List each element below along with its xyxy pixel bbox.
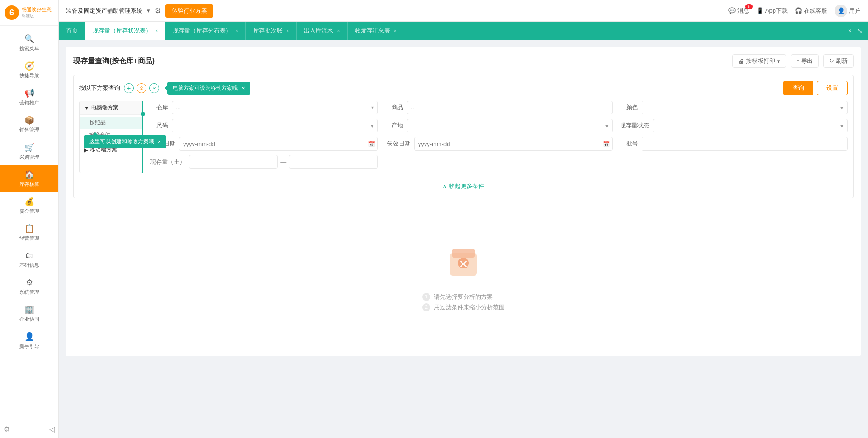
stock-main-max[interactable] — [289, 155, 377, 169]
export-button[interactable]: ↑ 导出 — [791, 54, 819, 68]
color-select[interactable]: ▾ — [642, 101, 848, 114]
experience-button[interactable]: 体验行业方案 — [165, 4, 213, 18]
app-download-item[interactable]: 📱 App下载 — [756, 7, 788, 15]
empty-state: 1 请先选择要分析的方案 2 用过滤条件来缩小分析范围 — [73, 203, 854, 349]
tab-receive-summary[interactable]: 收发存汇总表 × — [348, 22, 404, 40]
add-scheme-btn[interactable]: + — [124, 83, 134, 93]
user-avatar: 👤 — [835, 5, 847, 17]
field-produce-date: 生产日期 📅 — [150, 137, 378, 151]
tab-batch-ledger[interactable]: 库存批次账 × — [246, 22, 297, 40]
sidebar-item-system[interactable]: ⚙ 系统管理 — [0, 273, 58, 300]
goods-select[interactable]: ··· — [407, 101, 613, 114]
tab-close-all-icon[interactable]: × — [848, 27, 852, 34]
svg-point-2 — [458, 258, 469, 268]
template-print-button[interactable]: 🖨 按模板打印 ▾ — [732, 54, 786, 68]
tip-num-2: 2 — [422, 303, 430, 311]
sidebar-item-newbie[interactable]: 👤 新手引导 — [0, 327, 58, 354]
settings-bottom-icon[interactable]: ⚙ — [4, 425, 10, 433]
refresh-button[interactable]: ↻ 刷新 — [823, 54, 854, 68]
color-label: 颜色 — [620, 104, 638, 112]
scheme-tooltip-close[interactable]: × — [241, 85, 245, 92]
tab-inventory-status-label: 现存量（库存状况表） — [93, 27, 151, 35]
tab-receive-summary-close[interactable]: × — [394, 28, 396, 33]
scheme-tooltip-wrapper: 电脑方案可设为移动方案哦 × — [167, 82, 250, 95]
sidebar-item-guide[interactable]: 🧭 快捷导航 — [0, 57, 58, 84]
tab-inventory-dist-close[interactable]: × — [235, 28, 238, 33]
tab-inout-flow[interactable]: 出入库流水 × — [297, 22, 347, 40]
collapse-sidebar-icon[interactable]: ◁ — [49, 425, 55, 433]
filter-section: 按以下方案查询 + ⊙ « 电脑方案可设为移动方案哦 × — [73, 75, 854, 198]
base-icon: 🗂 — [25, 251, 33, 260]
logo-icon: 6 — [5, 5, 19, 20]
back-scheme-btn[interactable]: « — [149, 83, 159, 93]
tab-inventory-status-close[interactable]: × — [155, 28, 158, 33]
logo-text: 畅通诶好生意 标准版 — [22, 6, 52, 19]
guide-icon: 🧭 — [24, 61, 34, 71]
size-dropdown-arrow: ▾ — [371, 122, 374, 129]
stock-main-min[interactable] — [189, 155, 278, 169]
field-size: 尺码 ▾ — [150, 119, 378, 132]
online-service-item[interactable]: 🎧 在线客服 — [795, 7, 827, 15]
system-dropdown[interactable]: ▾ — [147, 7, 150, 14]
origin-label: 产地 — [385, 122, 403, 130]
expire-date-start[interactable] — [414, 137, 613, 151]
tooltip-arrow-left — [165, 85, 167, 91]
sidebar-item-purchase[interactable]: 🛒 采购管理 — [0, 138, 58, 165]
stock-range-sep: — — [280, 159, 286, 165]
produce-date-start[interactable] — [179, 137, 378, 151]
expire-date-label: 失效日期 — [385, 140, 410, 148]
refresh-icon: ↻ — [829, 57, 834, 64]
create-tooltip-close[interactable]: × — [158, 139, 161, 145]
filter-row-1: 仓库 ··· ▾ 商品 — [150, 101, 848, 114]
inventory-icon: 🏠 — [24, 170, 34, 179]
reset-button[interactable]: 设置 — [817, 81, 848, 95]
sidebar-item-inventory[interactable]: 🏠 库存核算 — [0, 165, 58, 192]
sidebar-item-finance[interactable]: 💰 资金管理 — [0, 192, 58, 219]
scheme-pc-item[interactable]: ▼ 电脑端方案 — [80, 101, 142, 115]
notice-badge: 6 — [745, 4, 753, 9]
sidebar-item-operations[interactable]: 📋 经营管理 — [0, 219, 58, 246]
tab-fullscreen-icon[interactable]: ⤡ — [857, 27, 863, 34]
field-batch: 批号 — [620, 137, 848, 151]
empty-tip-1: 1 请先选择要分析的方案 — [422, 292, 505, 302]
tab-inout-flow-close[interactable]: × — [337, 28, 340, 33]
sidebar-nav: 🔍 搜索菜单 🧭 快捷导航 📢 营销推广 📦 销售管理 🛒 采购管理 🏠 库存核… — [0, 26, 58, 420]
sidebar-item-base[interactable]: 🗂 基础信息 — [0, 246, 58, 273]
stock-status-label: 现存量状态 — [620, 122, 649, 130]
sidebar-item-sales[interactable]: 📦 销售管理 — [0, 111, 58, 138]
header-settings-btn[interactable]: ⚙ — [155, 6, 161, 15]
filter-header: 按以下方案查询 + ⊙ « 电脑方案可设为移动方案哦 × — [79, 81, 848, 95]
edit-scheme-btn[interactable]: ⊙ — [137, 83, 146, 93]
origin-select[interactable]: ▾ — [407, 119, 613, 132]
stock-main-range: — — [189, 155, 378, 169]
tab-inventory-dist[interactable]: 现存量（库存分布表） × — [165, 22, 245, 40]
goods-placeholder: ··· — [411, 104, 416, 111]
notice-item[interactable]: 💬 消息 6 — [728, 7, 749, 15]
tab-batch-ledger-close[interactable]: × — [286, 28, 289, 33]
sidebar-item-search[interactable]: 🔍 搜索菜单 — [0, 29, 58, 57]
search-button[interactable]: 查询 — [783, 81, 813, 95]
tab-inventory-status[interactable]: 现存量（库存状况表） × — [85, 22, 165, 40]
batch-input[interactable] — [642, 137, 848, 151]
stock-status-dropdown-arrow: ▾ — [840, 122, 844, 129]
sidebar-item-enterprise[interactable]: 🏢 企业协同 — [0, 300, 58, 327]
service-icon: 🎧 — [795, 7, 802, 14]
tab-receive-summary-label: 收发存汇总表 — [355, 27, 390, 35]
calendar-icon-1[interactable]: 📅 — [368, 141, 375, 147]
calendar-icon-2[interactable]: 📅 — [603, 141, 610, 147]
collapse-button[interactable]: ∧ 收起更多条件 — [79, 179, 848, 192]
filter-label: 按以下方案查询 — [79, 84, 120, 92]
warehouse-select[interactable]: ··· ▾ — [172, 101, 378, 114]
sidebar-item-marketing[interactable]: 📢 营销推广 — [0, 84, 58, 111]
filter-row-3: 生产日期 📅 失效日期 — [150, 137, 848, 151]
size-select[interactable]: ▾ — [172, 119, 378, 132]
tab-home[interactable]: 首页 — [59, 22, 85, 40]
expire-date-range: 📅 — [414, 137, 613, 151]
connector-line — [142, 101, 143, 113]
operations-icon: 📋 — [24, 224, 34, 234]
user-item[interactable]: 👤 用户 — [835, 5, 861, 17]
expire-date-start-wrapper: 📅 — [414, 137, 613, 151]
stock-status-select[interactable]: ▾ — [653, 119, 848, 132]
scheme-sub-item-1[interactable]: 按照品 — [80, 117, 142, 129]
svg-rect-1 — [452, 249, 475, 258]
